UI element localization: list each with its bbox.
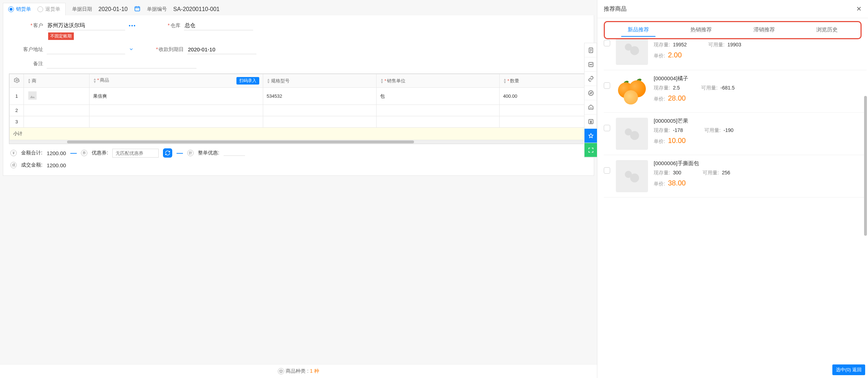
recommend-item[interactable]: [0000005]芒果现存量:-178可用量:-190单价:10.00 xyxy=(604,113,867,155)
coupon-input[interactable] xyxy=(112,149,159,158)
cell-img[interactable] xyxy=(24,88,90,105)
cell-product[interactable]: 果倍爽 xyxy=(89,88,263,105)
table-header-row: ▲▼商 ▲▼*商品扫码录入 ▲▼规格型号 ▲▼*销售单位 ▲▼*数量 xyxy=(10,74,588,88)
svg-point-1 xyxy=(16,80,17,81)
recommend-tab[interactable]: 热销推荐 xyxy=(684,24,718,37)
chevron-down-icon[interactable] xyxy=(129,47,134,53)
vertical-scrollbar[interactable] xyxy=(864,46,867,357)
recommend-tab[interactable]: 新品推荐 xyxy=(621,24,655,37)
stock-label: 现存量: xyxy=(654,127,670,133)
expand-icon[interactable] xyxy=(584,143,597,157)
cell-qty[interactable]: 400.00 xyxy=(499,88,587,105)
product-thumb-icon xyxy=(27,91,37,101)
top-row: 销货单 退货单 单据日期 2020-01-10 单据编号 SA-20200110… xyxy=(3,3,594,15)
address-input[interactable] xyxy=(47,45,125,54)
cell-product[interactable] xyxy=(89,105,263,116)
note-icon[interactable] xyxy=(584,43,597,57)
recommend-list[interactable]: 250ml现存量:19952可用量:19903单价:2.00[0000004]橘… xyxy=(597,39,868,378)
col-img[interactable]: ▲▼商 xyxy=(24,74,90,88)
radio-unchecked-icon xyxy=(37,6,43,12)
customer-label: *客户 xyxy=(9,22,43,29)
due-date-input[interactable] xyxy=(187,45,256,54)
selected-return-button[interactable]: 选中(0) 返回 xyxy=(832,364,865,375)
cell-unit[interactable] xyxy=(377,116,500,128)
item-checkbox[interactable] xyxy=(604,40,610,46)
swap-icon[interactable] xyxy=(584,86,597,100)
item-info: 250ml现存量:19952可用量:19903单价:2.00 xyxy=(654,39,867,59)
item-name: [0000005]芒果 xyxy=(654,118,867,124)
price-label: 单价: xyxy=(654,181,665,187)
customer-input[interactable] xyxy=(47,21,125,30)
col-spec[interactable]: ▲▼规格型号 xyxy=(263,74,376,88)
item-checkbox[interactable] xyxy=(604,167,610,174)
gear-column[interactable] xyxy=(10,74,24,88)
product-image-placeholder xyxy=(616,118,648,150)
recommend-footer: 选中(0) 返回 xyxy=(832,364,865,375)
whole-discount-input[interactable] xyxy=(224,150,245,156)
doc-date-value[interactable]: 2020-01-10 xyxy=(98,6,128,12)
item-checkbox[interactable] xyxy=(604,125,610,131)
yen-icon: ¥ xyxy=(10,150,17,156)
col-qty[interactable]: ▲▼*数量 xyxy=(499,74,587,88)
chart-icon[interactable] xyxy=(584,57,597,72)
close-icon[interactable]: ✕ xyxy=(856,5,862,13)
table-row[interactable]: 2 xyxy=(10,105,588,116)
scan-input-button[interactable]: 扫码录入 xyxy=(236,77,259,85)
doc-no-value: SA-20200110-001 xyxy=(173,6,220,12)
tabs-highlight-box: 新品推荐热销推荐滞销推荐浏览历史 xyxy=(604,21,862,39)
gear-icon xyxy=(14,77,20,83)
item-checkbox[interactable] xyxy=(604,82,610,89)
minus-icon: — xyxy=(177,149,183,157)
link-icon[interactable] xyxy=(584,72,597,86)
cell-spec[interactable] xyxy=(263,116,376,128)
cell-product[interactable] xyxy=(89,116,263,128)
cell-spec[interactable]: 534532 xyxy=(263,88,376,105)
cell-spec[interactable] xyxy=(263,105,376,116)
remark-input[interactable] xyxy=(47,59,196,68)
cell-qty[interactable] xyxy=(499,116,587,128)
col-product[interactable]: ▲▼*商品扫码录入 xyxy=(89,74,263,88)
recommend-item[interactable]: 250ml现存量:19952可用量:19903单价:2.00 xyxy=(604,39,867,70)
avail-label: 可用量: xyxy=(708,42,725,47)
package-icon xyxy=(278,368,284,374)
inbox-icon[interactable] xyxy=(584,100,597,114)
table-row[interactable]: 1果倍爽534532包400.00 xyxy=(10,88,588,105)
tab-sales[interactable]: 销货单 xyxy=(8,6,31,12)
svg-point-5 xyxy=(588,91,593,96)
cell-unit[interactable]: 包 xyxy=(377,88,500,105)
tab-return[interactable]: 退货单 xyxy=(37,6,60,12)
avail-label: 可用量: xyxy=(703,170,719,175)
recommend-tab[interactable]: 浏览历史 xyxy=(810,24,844,37)
col-unit[interactable]: ▲▼*销售单位 xyxy=(377,74,500,88)
horizontal-scrollbar[interactable] xyxy=(9,140,588,144)
cell-img[interactable] xyxy=(24,105,90,116)
kinds-value: 1 种 xyxy=(310,368,319,374)
table-row[interactable]: 3 xyxy=(10,116,588,128)
item-stats: 现存量:19952可用量:19903 xyxy=(654,42,867,48)
customer-lookup-icon[interactable]: ••• xyxy=(129,23,136,29)
item-price: 单价:10.00 xyxy=(654,137,867,145)
warehouse-input[interactable] xyxy=(184,21,253,30)
item-stats: 现存量:2.5可用量:-681.5 xyxy=(654,85,867,91)
price-value: 10.00 xyxy=(668,137,686,144)
item-price: 单价:2.00 xyxy=(654,51,867,59)
recommend-item[interactable]: [0000006]手撕面包现存量:300可用量:256单价:38.00 xyxy=(604,155,867,198)
svg-point-10 xyxy=(630,131,639,140)
doc-no-label: 单据编号 xyxy=(147,6,167,12)
yen-box-icon[interactable] xyxy=(584,114,597,129)
cell-img[interactable] xyxy=(24,116,90,128)
recommend-item[interactable]: [0000004]橘子现存量:2.5可用量:-681.5单价:28.00 xyxy=(604,70,867,113)
due-date-label: *收款到期日 xyxy=(148,46,184,53)
row-number: 3 xyxy=(10,116,24,128)
left-panel: 销货单 退货单 单据日期 2020-01-10 单据编号 SA-20200110… xyxy=(0,0,597,378)
cell-qty[interactable] xyxy=(499,105,587,116)
star-icon[interactable] xyxy=(584,129,597,143)
discount-icon: 折 xyxy=(187,150,194,156)
item-price: 单价:38.00 xyxy=(654,179,867,187)
price-value: 28.00 xyxy=(668,94,686,102)
cell-unit[interactable] xyxy=(377,105,500,116)
recommend-tab[interactable]: 滞销推荐 xyxy=(747,24,781,37)
refresh-coupon-button[interactable] xyxy=(163,148,172,158)
row-number: 2 xyxy=(10,105,24,116)
calendar-icon[interactable] xyxy=(134,5,141,13)
